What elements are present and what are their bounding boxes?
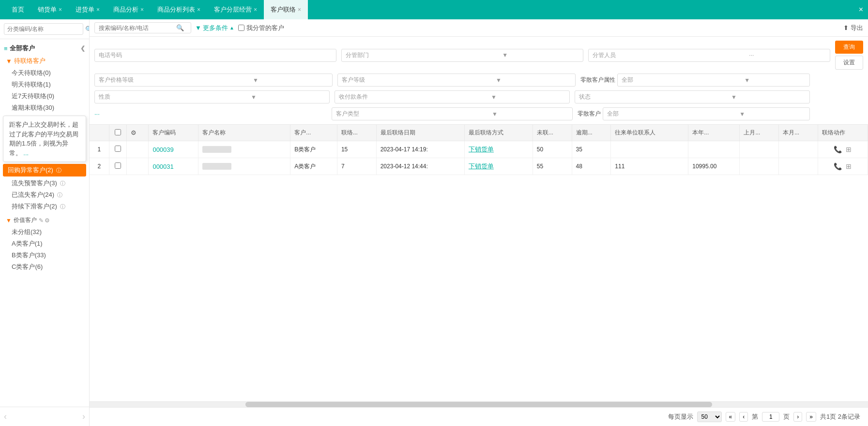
settings-button[interactable]: 设置 (835, 56, 863, 70)
nav-customer-tier[interactable]: 客户分层经营 × (207, 0, 264, 19)
grid-action-icon-1[interactable]: ⊞ (846, 146, 852, 153)
nav-analysis-close[interactable]: × (140, 6, 144, 13)
tree-item-7days[interactable]: 近7天待联络(0) (0, 90, 89, 102)
sidebar-search-input[interactable] (4, 23, 83, 35)
cell-code-2[interactable]: 000031 (149, 158, 198, 175)
field-status[interactable]: 状态 ▼ (575, 90, 810, 103)
horizontal-scrollbar[interactable] (90, 401, 868, 407)
field-payment[interactable]: 收付款条件 ▼ (335, 90, 570, 103)
nav-home[interactable]: 首页 (5, 0, 31, 19)
my-customers-checkbox[interactable] (238, 25, 244, 31)
tree-section-pending[interactable]: ▼ 待联络客户 (0, 55, 89, 67)
tree-item-b-class[interactable]: B类客户(33) (0, 250, 89, 261)
first-page-btn[interactable]: « (726, 412, 736, 422)
th-code[interactable]: 客户编码 (149, 125, 198, 141)
cell-last-contact-method-1[interactable]: 下销货单 (464, 141, 533, 158)
field-person[interactable]: 分管人员 ··· (588, 49, 830, 62)
search-icon[interactable]: 🔍 (176, 24, 184, 31)
tree-item-lost-pre[interactable]: 流失预警客户(3) ⓘ (0, 177, 89, 189)
tooltip-more-link[interactable]: ... (23, 149, 29, 157)
next-page-btn[interactable]: › (793, 412, 802, 422)
sidebar-scroll-right[interactable]: › (82, 411, 85, 422)
nav-customer-tier-close[interactable]: × (254, 6, 257, 13)
tree-item-overdue[interactable]: 逾期未联络(30) (0, 102, 89, 114)
tree-item-ungroup[interactable]: 未分组(32) (0, 226, 89, 238)
nav-analysis-list[interactable]: 商品分析列表 × (151, 0, 207, 19)
grid-action-icon-2[interactable]: ⊞ (846, 162, 852, 170)
window-close-btn[interactable]: × (859, 5, 863, 14)
cell-action-2: 📞 ⊞ (818, 158, 868, 175)
tree-all-customers[interactable]: ≡ 全部客户 ❮ (0, 42, 89, 55)
th-action[interactable]: 联络动作 (818, 125, 868, 141)
query-button[interactable]: 查询 (835, 41, 863, 54)
nav-analysis[interactable]: 商品分析 × (107, 0, 151, 19)
phone-input[interactable] (125, 52, 332, 59)
th-this-month[interactable]: 本月... (779, 125, 818, 141)
cell-this-month-2 (779, 158, 818, 175)
table-settings-icon[interactable]: ⚙ (131, 129, 137, 136)
nav-analysis-list-close[interactable]: × (197, 6, 200, 13)
retail-attr-dropdown[interactable]: 全部 ▼ (617, 73, 810, 87)
nav-sales-close[interactable]: × (59, 6, 62, 13)
cell-settings-1 (126, 141, 149, 158)
retail-customer-dropdown[interactable]: 全部 ▼ (603, 107, 810, 120)
th-last-contact-date[interactable]: 最后联络日期 (376, 125, 464, 141)
table-area: ⚙ 客户编码 客户名称 客户... 联络... 最后联络日期 最后联络方式 未联… (90, 125, 868, 401)
sidebar-scroll-left[interactable]: ‹ (4, 411, 7, 422)
tree-item-a-class[interactable]: A类客户(1) (0, 238, 89, 250)
prev-page-btn[interactable]: ‹ (739, 412, 748, 422)
cell-not-contacted-2: 55 (533, 158, 572, 175)
cell-last-contact-method-2[interactable]: 下销货单 (464, 158, 533, 175)
cell-action-1: 📞 ⊞ (818, 141, 868, 158)
field-gender[interactable]: 性质 ▼ (94, 90, 330, 103)
nav-sales[interactable]: 销货单 × (31, 0, 69, 19)
sidebar-search-icon[interactable]: 🔍 (85, 26, 90, 33)
tree-item-today[interactable]: 今天待联络(0) (0, 67, 89, 79)
page-number-input[interactable] (762, 412, 779, 422)
field-customer-type[interactable]: 客户类型 ▼ (332, 107, 573, 120)
field-customer-level[interactable]: 客户等级 ▼ (337, 73, 576, 87)
row-checkbox-1[interactable] (115, 146, 121, 152)
th-overdue[interactable]: 逾期... (572, 125, 611, 141)
value-section-settings-icon[interactable]: ⚙ (45, 217, 50, 224)
th-type[interactable]: 客户... (290, 125, 337, 141)
th-this-year[interactable]: 本年... (688, 125, 740, 141)
row-checkbox-2[interactable] (115, 162, 121, 169)
last-page-btn[interactable]: » (806, 412, 816, 422)
phone-action-icon-2[interactable]: 📞 (834, 162, 842, 170)
field-price-level[interactable]: 客户价格等级 ▼ (94, 73, 333, 87)
nav-purchase-close[interactable]: × (96, 6, 100, 13)
more-dots-btn[interactable]: ··· (94, 110, 100, 118)
field-dept[interactable]: 分管部门 ▼ (341, 49, 583, 62)
more-conditions-btn[interactable]: ▼ 更多条件 ▲ (195, 24, 234, 32)
nav-customer-contact-close[interactable]: × (298, 6, 301, 13)
th-last-month[interactable]: 上月... (740, 125, 779, 141)
scrollbar-thumb[interactable] (245, 402, 713, 407)
tree-item-c-class[interactable]: C类客户(6) (0, 261, 89, 273)
tree-item-tomorrow[interactable]: 明天待联络(1) (0, 79, 89, 90)
tree-item-repurchase-abnormal[interactable]: 回购异常客户(2) ⓘ (3, 164, 86, 176)
th-contacts[interactable]: 往来单位联系人 (611, 125, 688, 141)
sidebar-bottom: ‹ › (0, 407, 89, 426)
search-input[interactable] (99, 25, 176, 31)
sidebar-search-bar: 🔍 (0, 19, 89, 39)
value-section-edit-icon[interactable]: ✎ (39, 217, 44, 224)
nav-purchase[interactable]: 进货单 × (69, 0, 107, 19)
nav-customer-contact[interactable]: 客户联络 × (264, 0, 308, 19)
th-not-contacted[interactable]: 未联... (533, 125, 572, 141)
customer-table: ⚙ 客户编码 客户名称 客户... 联络... 最后联络日期 最后联络方式 未联… (90, 125, 868, 175)
tree-item-lost[interactable]: 已流失客户(24) ⓘ (0, 189, 89, 201)
th-name[interactable]: 客户名称 (198, 125, 290, 141)
export-btn[interactable]: ⬆ 导出 (843, 24, 863, 32)
person-more-btn[interactable]: ··· (749, 52, 826, 59)
page-size-select[interactable]: 50 100 200 (697, 411, 722, 422)
sidebar-collapse-btn[interactable]: ❮ (80, 45, 85, 52)
tree-section-value[interactable]: ▼ (6, 217, 12, 224)
th-contact-count[interactable]: 联络... (337, 125, 376, 141)
select-all-checkbox[interactable] (115, 129, 121, 135)
sidebar: 🔍 ≡ 全部客户 ❮ ▼ 待联络客户 今天待联络(0) 明天待联络(1) 近7天… (0, 19, 90, 426)
cell-code-1[interactable]: 000039 (149, 141, 198, 158)
phone-action-icon-1[interactable]: 📞 (834, 146, 842, 153)
th-last-contact-method[interactable]: 最后联络方式 (464, 125, 533, 141)
tree-item-declining[interactable]: 持续下滑客户(2) ⓘ (0, 201, 89, 212)
